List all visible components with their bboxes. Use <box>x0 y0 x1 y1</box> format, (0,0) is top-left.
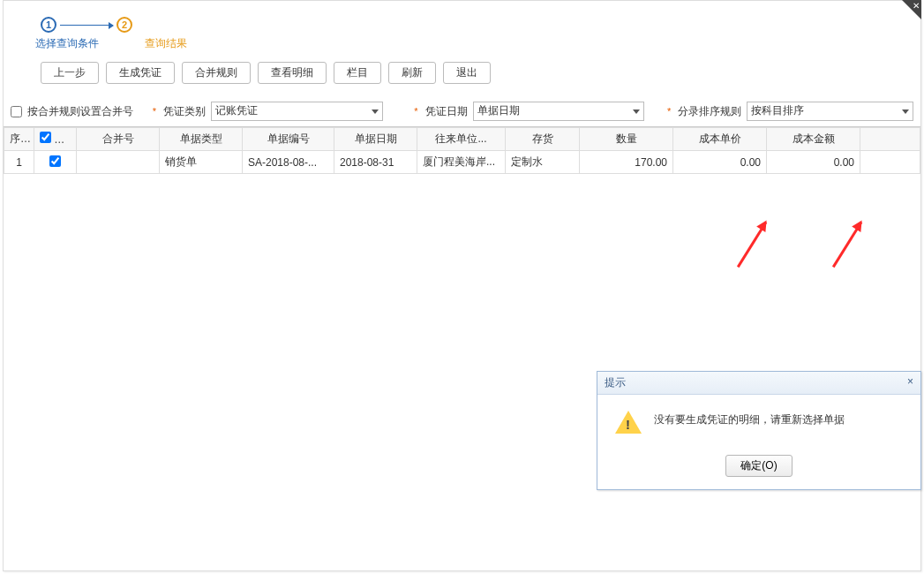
voucher-type-value: 记账凭证 <box>215 104 258 117</box>
select-all-checkbox[interactable] <box>40 132 51 143</box>
alert-dialog: 提示 × 没有要生成凭证的明细，请重新选择单据 确定(O) <box>597 371 921 490</box>
toolbar: 上一步 生成凭证 合并规则 查看明细 栏目 刷新 退出 <box>4 51 920 96</box>
chevron-down-icon <box>633 110 640 114</box>
col-partner[interactable]: 往来单位... <box>417 128 506 151</box>
chevron-down-icon <box>902 110 909 114</box>
ok-button[interactable]: 确定(O) <box>725 455 792 477</box>
dialog-titlebar[interactable]: 提示 × <box>597 372 920 395</box>
col-merge-no[interactable]: 合并号 <box>77 128 160 151</box>
dialog-footer: 确定(O) <box>597 455 920 489</box>
step-2-circle[interactable]: 2 <box>116 17 132 33</box>
required-star-icon: * <box>414 106 417 117</box>
col-doc-type[interactable]: 单据类型 <box>160 128 243 151</box>
table-row[interactable]: 1 销货单 SA-2018-08-... 2018-08-31 厦门程美海岸..… <box>4 151 920 174</box>
cell-inventory: 定制水 <box>506 151 580 174</box>
cell-select[interactable] <box>34 151 77 174</box>
col-doc-date[interactable]: 单据日期 <box>334 128 417 151</box>
cell-partner: 厦门程美海岸... <box>417 151 506 174</box>
cell-doc-no: SA-2018-08-... <box>243 151 334 174</box>
dialog-title-text: 提示 <box>605 375 626 390</box>
filter-row: 按合并规则设置合并号 * 凭证类别 记账凭证 * 凭证日期 单据日期 * 分录排… <box>4 96 920 126</box>
sort-rule-label: 分录排序规则 <box>678 104 741 119</box>
chevron-down-icon <box>372 110 379 114</box>
voucher-type-select[interactable]: 记账凭证 <box>211 102 383 121</box>
cell-doc-type: 销货单 <box>160 151 243 174</box>
voucher-type-label: 凭证类别 <box>163 104 206 119</box>
sort-rule-value: 按科目排序 <box>751 104 804 117</box>
col-seq[interactable]: 序号 <box>4 128 34 151</box>
dialog-message: 没有要生成凭证的明细，请重新选择单据 <box>654 411 845 427</box>
voucher-date-select[interactable]: 单据日期 <box>473 102 645 121</box>
warning-icon <box>615 411 642 435</box>
view-detail-button[interactable]: 查看明细 <box>258 62 327 84</box>
exit-button[interactable]: 退出 <box>443 62 491 84</box>
required-star-icon: * <box>667 106 671 117</box>
step-arrow-icon <box>60 25 113 26</box>
col-select[interactable]: 选择 <box>34 128 77 151</box>
col-cost-amount[interactable]: 成本金额 <box>767 128 860 151</box>
voucher-date-label: 凭证日期 <box>425 104 468 119</box>
cell-doc-date: 2018-08-31 <box>334 151 417 174</box>
header-row: 序号 选择 合并号 单据类型 单据编号 单据日期 往来单位... 存货 数量 成… <box>4 128 920 151</box>
merge-rule-button[interactable]: 合并规则 <box>182 62 251 84</box>
dialog-close-icon[interactable]: × <box>907 375 913 390</box>
merge-rule-checkbox[interactable] <box>11 106 22 117</box>
sort-rule-select[interactable]: 按科目排序 <box>747 102 913 121</box>
row-checkbox[interactable] <box>49 155 61 167</box>
voucher-date-value: 单据日期 <box>477 104 520 117</box>
step-1-circle[interactable]: 1 <box>41 17 56 33</box>
column-button[interactable]: 栏目 <box>334 62 381 84</box>
refresh-button[interactable]: 刷新 <box>388 62 436 84</box>
cell-extra <box>860 151 920 174</box>
generate-voucher-button[interactable]: 生成凭证 <box>106 62 175 84</box>
cell-qty: 170.00 <box>580 151 673 174</box>
cell-merge-no <box>77 151 160 174</box>
dialog-body: 没有要生成凭证的明细，请重新选择单据 <box>597 395 920 455</box>
wizard-step-labels: 选择查询条件 查询结果 <box>4 36 920 51</box>
results-table-wrap: 序号 选择 合并号 单据类型 单据编号 单据日期 往来单位... 存货 数量 成… <box>4 126 920 174</box>
results-table: 序号 选择 合并号 单据类型 单据编号 单据日期 往来单位... 存货 数量 成… <box>4 127 920 174</box>
col-qty[interactable]: 数量 <box>580 128 673 151</box>
col-cost-price[interactable]: 成本单价 <box>673 128 767 151</box>
wizard-steps: 1 2 <box>4 1 920 36</box>
col-doc-no[interactable]: 单据编号 <box>243 128 334 151</box>
close-icon[interactable] <box>902 0 921 19</box>
cell-cost-price: 0.00 <box>673 151 767 174</box>
cell-seq: 1 <box>4 151 34 174</box>
col-inventory[interactable]: 存货 <box>506 128 580 151</box>
merge-rule-label: 按合并规则设置合并号 <box>27 104 133 119</box>
prev-button[interactable]: 上一步 <box>41 62 99 84</box>
col-extra <box>860 128 920 151</box>
cell-cost-amount: 0.00 <box>767 151 860 174</box>
step-1-label[interactable]: 选择查询条件 <box>35 36 99 51</box>
step-2-label[interactable]: 查询结果 <box>145 36 187 51</box>
required-star-icon: * <box>153 106 156 117</box>
